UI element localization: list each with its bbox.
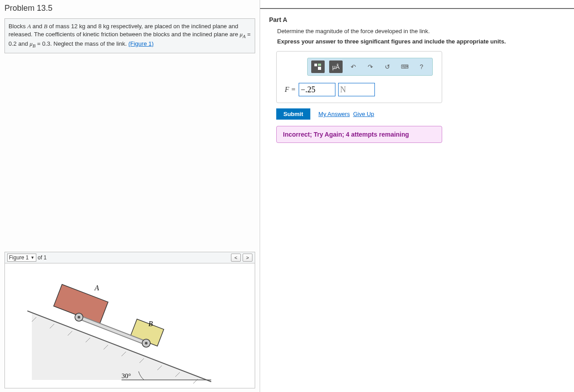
- figure-header: Figure 1 of 1 < >: [4, 252, 255, 263]
- keyboard-button[interactable]: ⌨: [398, 61, 411, 73]
- feedback-message: Incorrect; Try Again; 4 attempts remaini…: [276, 126, 442, 143]
- svg-point-19: [145, 342, 148, 345]
- figure-next-button[interactable]: >: [243, 254, 252, 262]
- svg-rect-23: [318, 67, 321, 70]
- variable-label: F =: [285, 86, 296, 94]
- submit-button[interactable]: Submit: [276, 108, 310, 120]
- svg-point-17: [78, 316, 80, 319]
- figure-count: of 1: [38, 254, 47, 261]
- part-instruction-bold: Express your answer to three significant…: [269, 38, 565, 45]
- help-button[interactable]: ?: [415, 61, 428, 73]
- angle-label: 30°: [122, 372, 131, 379]
- my-answers-link[interactable]: My Answers: [318, 111, 350, 117]
- answer-pane: Part A Determine the magnitude of the fo…: [260, 8, 574, 392]
- figure-select[interactable]: Figure 1: [7, 254, 36, 262]
- problem-title: Problem 13.5: [4, 4, 255, 13]
- block-a-label: A: [94, 284, 99, 292]
- part-title: Part A: [269, 16, 565, 23]
- answer-row: F =: [285, 83, 434, 96]
- svg-rect-22: [318, 64, 321, 66]
- problem-pane: Problem 13.5 Blocks A and B of mass 12 k…: [0, 0, 260, 392]
- block-b-label: B: [148, 320, 153, 327]
- give-up-link[interactable]: Give Up: [353, 111, 374, 117]
- value-input[interactable]: [299, 83, 335, 96]
- action-row: Submit My Answers Give Up: [276, 108, 565, 120]
- redo-button[interactable]: ↷: [364, 61, 377, 73]
- problem-statement: Blocks A and B of mass 12 kg and 8 kg re…: [4, 18, 255, 53]
- symbols-button[interactable]: μÅ: [329, 60, 343, 73]
- undo-button[interactable]: ↶: [347, 61, 360, 73]
- figure-link[interactable]: (Figure 1): [128, 40, 153, 47]
- reset-button[interactable]: ↺: [381, 61, 394, 73]
- part-instruction: Determine the magnitude of the force dev…: [269, 28, 565, 34]
- input-toolbar: μÅ ↶ ↷ ↺ ⌨ ?: [307, 58, 433, 76]
- figure-prev-button[interactable]: <: [231, 254, 241, 262]
- unit-input[interactable]: [338, 83, 375, 96]
- svg-rect-21: [314, 64, 317, 66]
- answer-panel: μÅ ↶ ↷ ↺ ⌨ ? F =: [276, 51, 442, 103]
- figure-display: 30° A B: [4, 263, 255, 388]
- template-icon[interactable]: [311, 60, 325, 73]
